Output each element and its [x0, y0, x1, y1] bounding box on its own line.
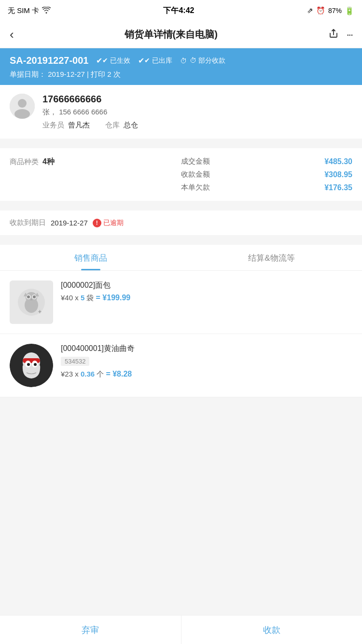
- multiply-sign-2: x: [75, 370, 81, 378]
- salesperson-info: 业务员 曾凡杰: [42, 121, 90, 130]
- clock-icon: ⏱: [180, 57, 187, 65]
- overdue-text: 已逾期: [103, 219, 124, 227]
- customer-phone-number: 156 6666 6666: [59, 108, 107, 116]
- check-icon: ✔: [96, 56, 102, 65]
- badge-effective: ✔ ✔ 已生效: [96, 56, 130, 65]
- divider-2: [0, 206, 362, 210]
- stats-section: 商品种类 4种 成交金额 ¥485.30 收款金额 ¥308.95 本单欠款 ¥…: [0, 148, 362, 201]
- svg-rect-16: [23, 358, 40, 363]
- svg-point-20: [34, 363, 37, 366]
- due-section: 收款到期日 2019-12-27 ! 已逾期: [0, 210, 362, 235]
- product-thumbnail-bread: +: [10, 280, 53, 324]
- customer-name-text: 张: [42, 108, 50, 116]
- product-item: + [0000002]面包 ¥40 x 5 袋 = ¥199.99: [0, 271, 362, 334]
- product-info-bread: [0000002]面包 ¥40 x 5 袋 = ¥199.99: [61, 280, 352, 303]
- banner-top: SA-20191227-001 ✔ ✔ 已生效 ✔ ✔ 已出库 ⏱ ⏱ 部分收款: [10, 55, 352, 66]
- deal-amount-row: 成交金额 ¥485.30: [181, 157, 352, 166]
- received-value: ¥308.95: [324, 170, 352, 179]
- quantity-bread: 5: [81, 294, 84, 302]
- nav-actions: ···: [328, 28, 352, 42]
- owed-label: 本单欠款: [181, 183, 210, 192]
- product-price-bread: ¥40 x 5 袋 = ¥199.99: [61, 294, 352, 303]
- banner-date: 单据日期： 2019-12-27 | 打印 2 次: [10, 70, 352, 79]
- tab-settle[interactable]: 结算&物流等: [181, 245, 362, 270]
- due-label: 收款到期日: [10, 218, 46, 227]
- salesperson-label: 业务员: [42, 121, 64, 129]
- customer-id: 17666666666: [42, 94, 352, 105]
- date-label: 单据日期：: [10, 70, 46, 78]
- svg-text:+: +: [38, 308, 42, 315]
- products-section: + [0000002]面包 ¥40 x 5 袋 = ¥199.99: [0, 271, 362, 397]
- unit-cookie: 个: [97, 370, 104, 378]
- product-tag-cookie: 534532: [61, 357, 89, 366]
- warehouse-value: 总仓: [124, 121, 138, 129]
- total-bread: = ¥199.99: [96, 294, 131, 302]
- divider-3: [0, 240, 362, 245]
- svg-point-1: [18, 99, 27, 108]
- status-right: ⇗ ⏰ 87% 🔋: [307, 6, 354, 15]
- badge-dispatched: ✔ ✔ 已出库: [138, 56, 172, 65]
- status-left: 无 SIM 卡: [8, 6, 51, 15]
- customer-section: 17666666666 张， 156 6666 6666 业务员 曾凡杰 仓库 …: [0, 85, 362, 139]
- product-name-bread: [0000002]面包: [61, 280, 352, 291]
- category-value: 4种: [42, 157, 55, 167]
- check-icon-2: ✔: [138, 56, 144, 65]
- status-bar: 无 SIM 卡 下午4:42 ⇗ ⏰ 87% 🔋: [0, 0, 362, 21]
- deal-amount-value: ¥485.30: [324, 157, 352, 166]
- customer-info: 17666666666 张， 156 6666 6666 业务员 曾凡杰 仓库 …: [42, 94, 352, 130]
- product-item-2: [000400001]黄油曲奇 534532 ¥23 x 0.36 个 = ¥8…: [0, 334, 362, 397]
- tab-settle-label: 结算&物流等: [248, 253, 294, 263]
- carrier-text: 无 SIM 卡: [8, 6, 39, 15]
- status-time: 下午4:42: [163, 6, 194, 16]
- page-title: 销货单详情(来自电脑): [125, 28, 218, 41]
- unit-price-bread: ¥40: [61, 294, 73, 302]
- tabs-header: 销售商品 结算&物流等: [0, 245, 362, 271]
- received-amount-row: 收款金额 ¥308.95: [181, 170, 352, 179]
- wifi-icon: [42, 7, 51, 15]
- due-date: 2019-12-27: [51, 219, 88, 227]
- overdue-badge: ! 已逾期: [93, 219, 124, 227]
- share-button[interactable]: [328, 28, 339, 42]
- warehouse-info: 仓库 总仓: [105, 121, 138, 130]
- unit-bread: 袋: [86, 294, 94, 302]
- overdue-icon: !: [93, 219, 101, 227]
- more-button[interactable]: ···: [347, 28, 352, 41]
- customer-meta: 业务员 曾凡杰 仓库 总仓: [42, 121, 352, 130]
- confirm-button[interactable]: 收款: [181, 616, 362, 644]
- tab-sales[interactable]: 销售商品: [0, 245, 181, 270]
- avatar: [10, 94, 35, 119]
- tab-sales-label: 销售商品: [74, 253, 107, 263]
- total-cookie: = ¥8.28: [106, 370, 132, 378]
- svg-point-2: [14, 109, 30, 119]
- svg-point-19: [27, 363, 30, 366]
- cancel-button[interactable]: 弃审: [0, 616, 181, 644]
- unit-price-cookie: ¥23: [61, 370, 73, 378]
- back-button[interactable]: ‹: [10, 27, 14, 42]
- product-price-cookie: ¥23 x 0.36 个 = ¥8.28: [61, 370, 352, 379]
- category-row: 商品种类 4种: [10, 157, 181, 167]
- svg-point-9: [33, 295, 36, 298]
- svg-point-8: [27, 295, 30, 298]
- nav-bar: ‹ 销货单详情(来自电脑) ···: [0, 21, 362, 48]
- print-info: | 打印 2 次: [87, 70, 121, 78]
- salesperson-value: 曾凡杰: [68, 121, 90, 129]
- divider-1: [0, 143, 362, 148]
- owed-amount-row: 本单欠款 ¥176.35: [181, 183, 352, 192]
- category-label: 商品种类: [10, 157, 39, 167]
- badge-partial-payment: ⏱ ⏱ 部分收款: [180, 56, 225, 65]
- location-icon: ⇗: [307, 6, 313, 15]
- received-label: 收款金额: [181, 170, 210, 179]
- multiply-sign: x: [75, 294, 81, 302]
- warehouse-label: 仓库: [105, 121, 120, 129]
- customer-phone: 张， 156 6666 6666: [42, 108, 352, 117]
- bottom-spacer: [0, 397, 362, 431]
- stats-right: 成交金额 ¥485.30 收款金额 ¥308.95 本单欠款 ¥176.35: [181, 157, 352, 192]
- product-thumbnail-cookie: [10, 344, 53, 387]
- quantity-cookie: 0.36: [81, 370, 95, 378]
- product-info-cookie: [000400001]黄油曲奇 534532 ¥23 x 0.36 个 = ¥8…: [61, 344, 352, 379]
- battery-icon: 🔋: [345, 6, 354, 15]
- header-banner: SA-20191227-001 ✔ ✔ 已生效 ✔ ✔ 已出库 ⏱ ⏱ 部分收款…: [0, 48, 362, 85]
- alarm-icon: ⏰: [316, 6, 325, 15]
- tabs-section: 销售商品 结算&物流等: [0, 245, 362, 271]
- stats-left: 商品种类 4种: [10, 157, 181, 192]
